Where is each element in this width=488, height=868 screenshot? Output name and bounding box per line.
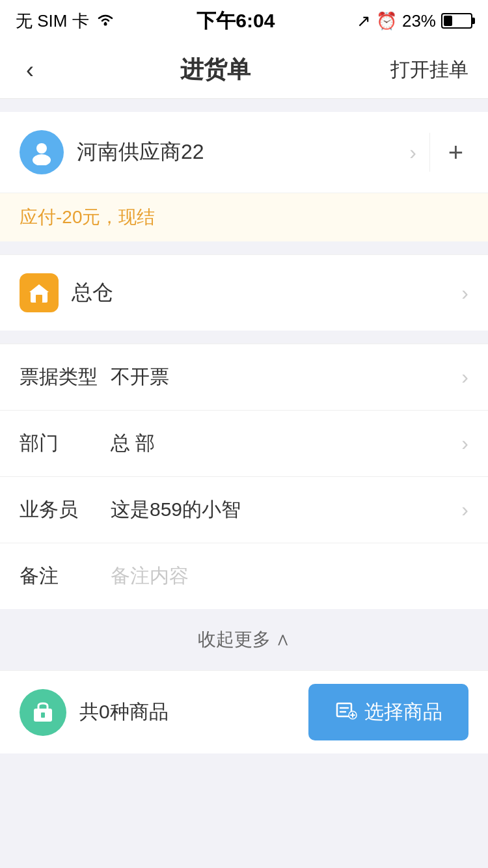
svg-rect-5	[36, 295, 42, 303]
remark-row[interactable]: 备注 备注内容	[0, 543, 488, 609]
status-time: 下午6:04	[197, 8, 275, 34]
warehouse-section: 总仓 ›	[0, 254, 488, 331]
status-left: 无 SIM 卡	[16, 10, 115, 33]
select-product-icon	[334, 698, 358, 726]
supplier-row: 河南供应商22 › +	[0, 112, 488, 193]
svg-point-2	[33, 154, 51, 165]
dept-row[interactable]: 部门 总 部 ›	[0, 410, 488, 476]
warehouse-chevron-icon: ›	[461, 281, 468, 305]
sales-row[interactable]: 业务员 这是859的小智 ›	[0, 476, 488, 543]
notice-bar: 应付-20元，现结	[0, 193, 488, 241]
collapse-label: 收起更多 ∧	[198, 627, 291, 652]
svg-point-1	[36, 143, 47, 154]
wifi-icon	[96, 11, 115, 31]
dept-chevron-icon: ›	[461, 431, 468, 455]
invoice-chevron-icon: ›	[461, 365, 468, 389]
battery-percent: 23%	[402, 11, 436, 31]
svg-rect-7	[41, 712, 45, 718]
select-product-button[interactable]: 选择商品	[308, 684, 468, 740]
invoice-row[interactable]: 票据类型 不开票 ›	[0, 344, 488, 410]
sim-label: 无 SIM 卡	[16, 10, 89, 33]
supplier-avatar	[20, 130, 64, 174]
product-icon	[20, 689, 66, 736]
invoice-value: 不开票	[111, 364, 461, 390]
back-button[interactable]: ‹	[20, 50, 40, 90]
status-bar: 无 SIM 卡 下午6:04 ↗ ⏰ 23%	[0, 0, 488, 42]
supplier-name[interactable]: 河南供应商22	[77, 138, 409, 167]
nav-bar: ‹ 进货单 打开挂单	[0, 42, 488, 99]
dept-label: 部门	[20, 430, 111, 457]
page-rest	[0, 753, 488, 868]
supplier-chevron-icon: ›	[409, 141, 416, 165]
battery-icon	[441, 13, 472, 29]
add-supplier-button[interactable]: +	[429, 133, 468, 172]
status-right: ↗ ⏰ 23%	[357, 11, 472, 31]
divider-form-top	[0, 331, 488, 344]
sales-chevron-icon: ›	[461, 498, 468, 522]
select-product-label: 选择商品	[364, 699, 442, 726]
svg-marker-4	[29, 284, 49, 292]
page-title: 进货单	[180, 54, 251, 86]
supplier-section: 河南供应商22 › + 应付-20元，现结	[0, 112, 488, 241]
dept-value: 总 部	[111, 430, 461, 457]
divider-middle	[0, 241, 488, 254]
sales-label: 业务员	[20, 496, 111, 523]
remark-label: 备注	[20, 563, 111, 590]
divider-top	[0, 99, 488, 112]
warehouse-icon	[20, 273, 59, 312]
svg-point-0	[103, 22, 107, 25]
collapse-button[interactable]: 收起更多 ∧	[0, 609, 488, 670]
location-icon: ↗	[357, 11, 371, 31]
warehouse-row[interactable]: 总仓 ›	[0, 254, 488, 331]
alarm-icon: ⏰	[376, 11, 397, 31]
remark-input[interactable]: 备注内容	[111, 563, 468, 590]
sales-value: 这是859的小智	[111, 496, 461, 523]
product-count: 共0种商品	[79, 699, 308, 726]
bottom-bar: 共0种商品 选择商品	[0, 670, 488, 753]
open-pending-button[interactable]: 打开挂单	[390, 57, 468, 83]
invoice-label: 票据类型	[20, 364, 111, 390]
warehouse-name: 总仓	[72, 278, 461, 307]
form-section: 票据类型 不开票 › 部门 总 部 › 业务员 这是859的小智 › 备注 备注…	[0, 344, 488, 609]
